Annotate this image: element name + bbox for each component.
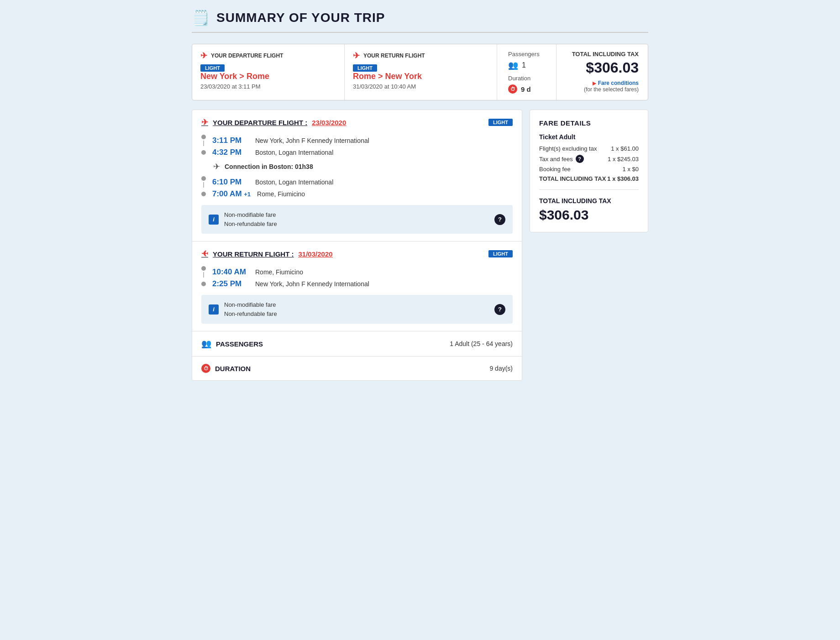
chevron-icon: ▶ [593, 80, 596, 86]
duration-section-label: DURATION [215, 365, 251, 372]
help-tax-icon[interactable]: ? [576, 155, 584, 163]
fare-value-0: 1 x $61.00 [611, 145, 639, 152]
passengers-count: 1 [522, 61, 526, 69]
fare-info-left: i Non-modifiable fare Non-refundable far… [209, 210, 277, 228]
return-route: Rome > New York [353, 72, 488, 81]
clock-icon: ⏱ [508, 84, 517, 94]
connection-text: Connection in Boston: 01h38 [225, 163, 313, 170]
dot-2 [201, 150, 206, 155]
departure-fare-info: i Non-modifiable fare Non-refundable far… [201, 205, 513, 234]
summary-departure: ✈ YOUR DEPARTURE FLIGHT LIGHT New York >… [192, 44, 345, 100]
connection-row: ✈ Connection in Boston: 01h38 [213, 162, 513, 172]
summary-return: ✈ YOUR RETURN FLIGHT LIGHT Rome > New Yo… [345, 44, 497, 100]
fare-value-total: 1 x $306.03 [607, 175, 639, 182]
duration-row: ⏱ 9 d [508, 84, 545, 94]
departure-date: 23/03/2020 at 3:11 PM [200, 83, 336, 90]
dot-line-1 [203, 141, 204, 146]
passengers-icon: 👥 [508, 60, 518, 70]
duration-section: ⏱ DURATION 9 day(s) [192, 357, 522, 380]
dot-3 [201, 176, 206, 181]
main-content: ✈ YOUR DEPARTURE FLIGHT : 23/03/2020 LIG… [192, 110, 648, 381]
fare-label-total: TOTAL INCLUDING TAX [539, 175, 606, 182]
departure-section-badge[interactable]: LIGHT [488, 119, 513, 126]
departure-badge[interactable]: LIGHT [200, 64, 225, 72]
duration-title: ⏱ DURATION [201, 364, 251, 373]
summary-bar: ✈ YOUR DEPARTURE FLIGHT LIGHT New York >… [192, 44, 648, 100]
stop-airport-4: Rome, Fiumicino [257, 190, 305, 198]
info-icon: i [209, 215, 219, 225]
dot-line-3 [203, 182, 204, 188]
plane-icon: ✈ [200, 51, 207, 61]
return-fare-info: i Non-modifiable fare Non-refundable far… [201, 295, 513, 324]
fare-label-0: Flight(s) excluding tax [539, 145, 597, 152]
return-section-header: ✈ YOUR RETURN FLIGHT : 31/03/2020 LIGHT [201, 249, 513, 259]
passengers-section-value: 1 Adult (25 - 64 years) [450, 340, 513, 347]
stop-airport-1: New York, John F Kennedy International [255, 137, 369, 144]
departure-section-header: ✈ YOUR DEPARTURE FLIGHT : 23/03/2020 LIG… [201, 117, 513, 127]
stop-time-4: 7:00 AM +1 [212, 189, 251, 199]
return-badge[interactable]: LIGHT [353, 64, 377, 72]
stop-dot-ret-1 [201, 266, 206, 278]
plane-dep-icon: ✈ [201, 117, 208, 127]
stop-boston-1: 4:32 PM Boston, Logan International [201, 148, 513, 157]
stop-dot-1 [201, 135, 206, 146]
passengers-section-label: PASSENGERS [216, 340, 263, 348]
plus-day: +1 [244, 191, 251, 198]
stop-time-ret-1: 10:40 AM [212, 268, 249, 277]
passengers-count-row: 👥 1 [508, 60, 545, 70]
return-section-title: ✈ YOUR RETURN FLIGHT : 31/03/2020 [201, 249, 333, 259]
summary-total: TOTAL INCLUDING TAX $306.03 ▶ Fare condi… [556, 44, 648, 100]
page-container: 🗒️ SUMMARY OF YOUR TRIP ✈ YOUR DEPARTURE… [192, 9, 648, 381]
dot-ret-2 [201, 282, 206, 286]
stop-jfk: 3:11 PM New York, John F Kennedy Interna… [201, 135, 513, 146]
fare-conditions-sub: (for the selected fares) [584, 86, 639, 93]
duration-label: Duration [508, 75, 545, 82]
duration-section-value: 9 day(s) [489, 365, 513, 372]
stop-dot-4 [201, 192, 206, 196]
departure-label: ✈ YOUR DEPARTURE FLIGHT [200, 51, 336, 61]
summary-passengers-duration: Passengers 👥 1 Duration ⏱ 9 d [497, 44, 556, 100]
return-section-badge[interactable]: LIGHT [488, 250, 513, 257]
dot-4 [201, 192, 206, 196]
departure-section-date: 23/03/2020 [312, 119, 346, 126]
sidebar-total-label: TOTAL INCLUDING TAX [539, 197, 639, 205]
fare-divider [539, 189, 639, 190]
help-button-dep[interactable]: ? [494, 214, 505, 225]
fare-info-left-ret: i Non-modifiable fare Non-refundable far… [209, 300, 277, 318]
stop-dot-3 [201, 176, 206, 188]
fare-conditions-link[interactable]: Fare conditions [598, 80, 639, 86]
stop-airport-2: Boston, Logan International [255, 149, 333, 156]
total-amount: $306.03 [566, 59, 639, 76]
fare-label-1: Tax and fees ? [539, 155, 584, 163]
plane-return-icon: ✈ [353, 51, 360, 61]
help-button-ret[interactable]: ? [494, 304, 505, 315]
connection-icon: ✈ [213, 162, 220, 172]
fare-value-2: 1 x $0 [623, 166, 639, 173]
plane-ret-icon: ✈ [201, 249, 208, 259]
stop-time-ret-2: 2:25 PM [212, 279, 249, 289]
flight-details: ✈ YOUR DEPARTURE FLIGHT : 23/03/2020 LIG… [192, 110, 522, 381]
fare-sidebar: FARE DETAILS Ticket Adult Flight(s) excl… [530, 110, 648, 232]
return-date: 31/03/2020 at 10:40 AM [353, 83, 488, 90]
passengers-section: 👥 PASSENGERS 1 Adult (25 - 64 years) [192, 331, 522, 357]
stop-airport-3: Boston, Logan International [255, 178, 333, 186]
info-icon-ret: i [209, 304, 219, 315]
sidebar-total-amount: $306.03 [539, 207, 639, 223]
page-title: SUMMARY OF YOUR TRIP [216, 10, 385, 25]
fare-row-0: Flight(s) excluding tax 1 x $61.00 [539, 145, 639, 152]
dot-line-ret-1 [203, 272, 204, 278]
stop-time-3: 6:10 PM [212, 178, 249, 187]
fare-info-text-ret: Non-modifiable fare Non-refundable fare [224, 300, 277, 318]
departure-section: ✈ YOUR DEPARTURE FLIGHT : 23/03/2020 LIG… [192, 110, 522, 241]
stop-rome-ret: 10:40 AM Rome, Fiumicino [201, 266, 513, 278]
fare-value-1: 1 x $245.03 [608, 156, 639, 163]
return-section-date: 31/03/2020 [299, 250, 333, 258]
stop-rome: 7:00 AM +1 Rome, Fiumicino [201, 189, 513, 199]
stop-time-1: 3:11 PM [212, 136, 249, 145]
dot-1 [201, 135, 206, 139]
fare-row-2: Booking fee 1 x $0 [539, 166, 639, 173]
stop-airport-ret-1: Rome, Fiumicino [255, 268, 303, 276]
dot-ret-1 [201, 266, 206, 271]
stop-time-2: 4:32 PM [212, 148, 249, 157]
fare-conditions: ▶ Fare conditions (for the selected fare… [566, 80, 639, 93]
